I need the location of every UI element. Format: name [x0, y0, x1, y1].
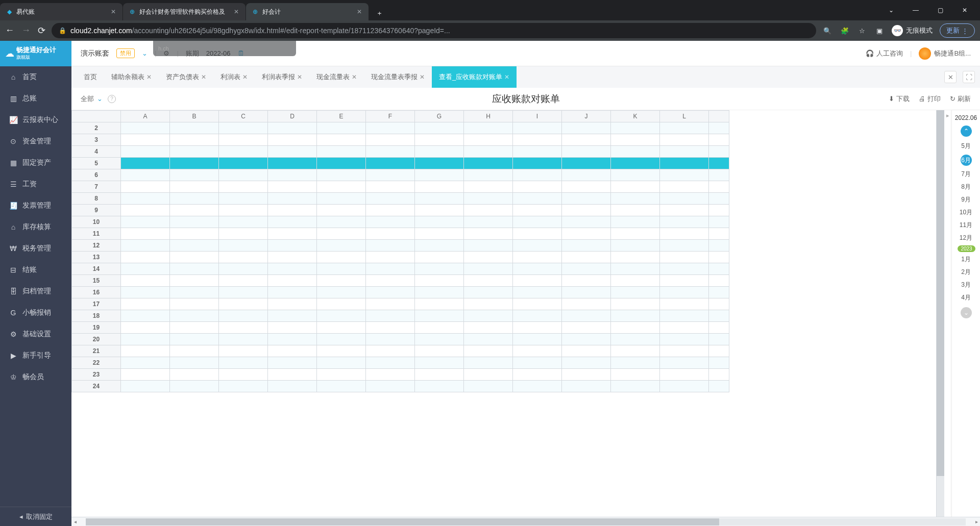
address-bar[interactable]: 🔒 cloud2.chanjet.com/accounting/uh26t264… — [52, 23, 816, 38]
browser-tab-2[interactable]: ⊕ 好会计 ✕ — [246, 3, 369, 20]
close-icon[interactable]: ✕ — [232, 8, 240, 16]
favicon-icon: ⊕ — [251, 8, 259, 16]
star-icon[interactable]: ☆ — [857, 26, 867, 36]
nav-buttons: ← → ⟳ — [5, 25, 45, 36]
incognito-badge: 👓 无痕模式 — [892, 25, 933, 36]
new-tab-button[interactable]: ＋ — [372, 6, 386, 20]
chevron-down-icon[interactable]: ⌄ — [880, 3, 902, 18]
close-window-button[interactable]: ✕ — [953, 3, 976, 18]
tab-title: 好会计财务管理软件购买价格及 — [139, 8, 229, 16]
tab-title: 易代账 — [16, 8, 106, 16]
browser-tab-0[interactable]: ◆ 易代账 ✕ — [0, 3, 122, 20]
search-icon[interactable]: 🔍 — [822, 26, 832, 36]
more-icon: ⋮ — [962, 27, 968, 35]
url-text: cloud2.chanjet.com/accounting/uh26t264j5… — [70, 27, 809, 35]
tab-strip: ◆ 易代账 ✕ ⊕ 好会计财务管理软件购买价格及 ✕ ⊕ 好会计 ✕ ＋ — [0, 0, 880, 20]
browser-tab-1[interactable]: ⊕ 好会计财务管理软件购买价格及 ✕ — [123, 3, 246, 20]
forward-button[interactable]: → — [21, 25, 31, 36]
favicon-icon: ⊕ — [128, 8, 136, 16]
favicon-icon: ◆ — [5, 8, 13, 16]
window-controls: ⌄ — ▢ ✕ — [880, 3, 980, 18]
browser-toolbar: ← → ⟳ 🔒 cloud2.chanjet.com/accounting/uh… — [0, 20, 980, 41]
incognito-icon: 👓 — [892, 25, 903, 36]
minimize-button[interactable]: — — [904, 3, 927, 18]
toolbar-icons: 🔍 🧩 ☆ ▣ 👓 无痕模式 更新⋮ — [822, 23, 975, 38]
update-button[interactable]: 更新⋮ — [940, 23, 975, 38]
maximize-button[interactable]: ▢ — [929, 3, 951, 18]
browser-tabstrip: ◆ 易代账 ✕ ⊕ 好会计财务管理软件购买价格及 ✕ ⊕ 好会计 ✕ ＋ ⌄ —… — [0, 0, 980, 20]
tab-title: 好会计 — [262, 8, 352, 16]
back-button[interactable]: ← — [5, 25, 14, 36]
close-icon[interactable]: ✕ — [355, 8, 363, 16]
install-icon[interactable]: ▣ — [874, 26, 885, 36]
close-icon[interactable]: ✕ — [109, 8, 117, 16]
reload-button[interactable]: ⟳ — [38, 25, 45, 36]
lock-icon: 🔒 — [59, 27, 66, 34]
extension-icon[interactable]: 🧩 — [840, 26, 850, 36]
